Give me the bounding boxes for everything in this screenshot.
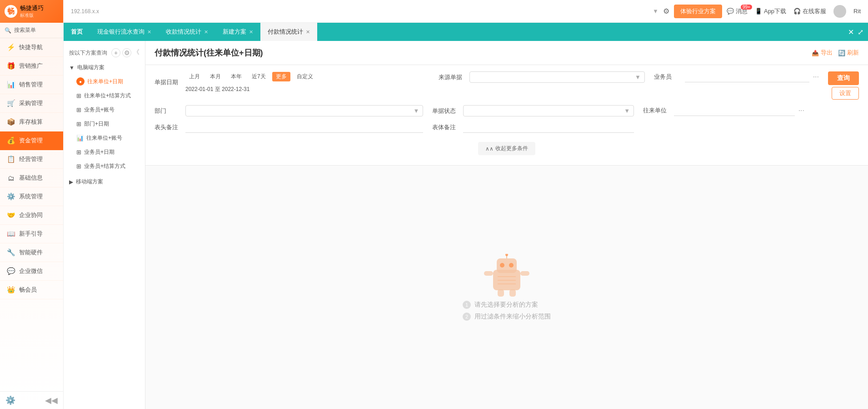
app-download-label: App下载 [764, 7, 786, 15]
add-scheme-button[interactable]: + [111, 48, 120, 57]
page-area: 按以下方案查询 + ⚙ 《 ▼ 电脑端方案 ● 往来单位+日期 ⊞ [64, 41, 868, 409]
app-download-button[interactable]: 📱 App下载 [755, 7, 786, 15]
header-note-label: 表头备注 [155, 123, 182, 131]
svg-rect-7 [520, 271, 529, 276]
date-btn-last-month[interactable]: 上月 [185, 71, 204, 82]
sidebar-item-enterprise[interactable]: 🤝 企业协同 [0, 206, 63, 225]
scheme-item-staff-date[interactable]: ⊞ 业务员+日期 [64, 145, 145, 159]
partner-more-icon[interactable]: ··· [798, 106, 804, 115]
close-all-icon[interactable]: ✕ [848, 28, 854, 36]
status-filter-label: 单据状态 [432, 107, 459, 115]
sidebar-item-wechat[interactable]: 💬 企业微信 [0, 262, 63, 281]
staff-input[interactable] [685, 71, 809, 82]
svg-rect-8 [498, 289, 504, 297]
status-filter: 单据状态 ▼ [432, 105, 634, 116]
marketing-icon: 🎁 [6, 61, 15, 71]
online-service-button[interactable]: 🎧 在线客服 [793, 7, 826, 15]
page-header-actions: 📤 导出 🔄 刷新 [812, 49, 859, 57]
settings-scheme-button[interactable]: ⚙ [122, 48, 131, 57]
filter-area: 单据日期 上月 本月 本年 近7天 更多 自定义 2022-01-01 至 20… [145, 65, 868, 166]
tab-close-new-scheme[interactable]: ✕ [249, 29, 253, 35]
staff-more-icon[interactable]: ··· [813, 73, 819, 81]
tab-close-bank[interactable]: ✕ [147, 29, 151, 35]
svg-rect-9 [509, 289, 516, 297]
scheme-item-staff-account[interactable]: ⊞ 业务员+账号 [64, 103, 145, 117]
scheme-label-partner-account: 往来单位+账号 [86, 134, 122, 142]
sidebar-item-basic[interactable]: 🗂 基础信息 [0, 169, 63, 187]
source-select[interactable]: ▼ [469, 71, 645, 83]
page-title: 付款情况统计(往来单位+日期) [155, 47, 263, 58]
sidebar-item-inventory[interactable]: 📦 库存核算 [0, 113, 63, 131]
tab-home[interactable]: 首页 [64, 23, 90, 41]
setting-button[interactable]: 设置 [832, 87, 859, 100]
collapse-sidebar-icon[interactable]: ◀◀ [45, 395, 58, 405]
empty-tips: 1 请先选择要分析的方案 2 用过滤条件来缩小分析范围 [463, 301, 551, 321]
dept-select[interactable]: ▼ [185, 105, 423, 116]
tab-new-scheme[interactable]: 新建方案 ✕ [215, 23, 260, 41]
search-menu[interactable]: 🔍 搜索菜单 [0, 23, 63, 38]
scheme-label-staff-date: 业务员+日期 [84, 148, 115, 156]
sidebar-item-shortcut[interactable]: ⚡ 快捷导航 [0, 38, 63, 57]
collapse-label: 收起更多条件 [495, 145, 528, 152]
operation-icon: 📋 [6, 155, 15, 164]
gear-icon[interactable]: ⚙ [663, 7, 669, 15]
tab-payment[interactable]: 付款情况统计 ✕ [260, 23, 317, 41]
address-bar: 192.168.x.x [71, 8, 648, 15]
shortcut-icon: ⚡ [6, 43, 15, 52]
date-btn-this-month[interactable]: 本月 [206, 71, 224, 82]
desktop-group-label: 电脑端方案 [77, 64, 105, 71]
svg-point-5 [505, 254, 508, 256]
chevron-down-icon[interactable]: ▼ [653, 8, 658, 15]
partner-input[interactable] [674, 105, 795, 116]
inventory-icon: 📦 [6, 117, 15, 126]
desktop-scheme-group: ▼ 电脑端方案 ● 往来单位+日期 ⊞ 往来单位+结算方式 ⊞ 业务员+账号 ⊞ [64, 61, 145, 173]
sidebar-item-purchase[interactable]: 🛒 采购管理 [0, 94, 63, 113]
scheme-item-partner-settlement[interactable]: ⊞ 往来单位+结算方式 [64, 89, 145, 103]
tab-receipt[interactable]: 收款情况统计 ✕ [159, 23, 215, 41]
sidebar-item-sales[interactable]: 📊 销售管理 [0, 76, 63, 94]
sidebar-item-member[interactable]: 👑 畅会员 [0, 281, 63, 299]
date-btn-custom[interactable]: 自定义 [293, 71, 317, 82]
desktop-group-header[interactable]: ▼ 电脑端方案 [64, 61, 145, 74]
message-button[interactable]: 💬 消息 99+ [727, 7, 748, 15]
date-btn-7days[interactable]: 近7天 [248, 71, 269, 82]
scheme-item-partner-date[interactable]: ● 往来单位+日期 [64, 74, 145, 89]
date-btn-more[interactable]: 更多 [272, 72, 290, 81]
mobile-group-header[interactable]: ▶ 移动端方案 [64, 175, 145, 188]
sidebar-item-hardware[interactable]: 🔧 智能硬件 [0, 243, 63, 262]
header-note-input[interactable] [185, 122, 423, 133]
expand-icon[interactable]: ⤢ [858, 28, 863, 36]
sidebar-item-operation[interactable]: 📋 经营管理 [0, 150, 63, 169]
refresh-button[interactable]: 🔄 刷新 [838, 49, 859, 57]
query-button[interactable]: 查询 [828, 71, 859, 85]
tab-close-receipt[interactable]: ✕ [204, 29, 208, 35]
tab-bank[interactable]: 现金银行流水查询 ✕ [90, 23, 159, 41]
collapse-panel-button[interactable]: 《 [133, 48, 140, 57]
sidebar-item-system[interactable]: ⚙️ 系统管理 [0, 187, 63, 206]
collapse-filter-button[interactable]: ∧∧ 收起更多条件 [478, 142, 535, 155]
export-button[interactable]: 📤 导出 [812, 49, 833, 57]
scheme-item-dept-date[interactable]: ⊞ 部门+日期 [64, 117, 145, 131]
sidebar-item-finance[interactable]: 💰 资金管理 [0, 131, 63, 150]
scheme-item-staff-settlement[interactable]: ⊞ 业务员+结算方式 [64, 159, 145, 173]
system-icon: ⚙️ [6, 192, 15, 201]
settings-icon[interactable]: ⚙️ [5, 395, 15, 405]
main-area: 192.168.x.x ▼ ⚙ 体验行业方案 💬 消息 99+ 📱 App下载 … [64, 0, 868, 409]
header-note-filter: 表头备注 [155, 122, 423, 133]
hardware-icon: 🔧 [6, 248, 15, 257]
source-filter: 来源单据 ▼ [439, 71, 645, 83]
status-select[interactable]: ▼ [463, 105, 634, 116]
source-filter-label: 来源单据 [439, 73, 466, 81]
scheme-item-partner-account[interactable]: 📊 往来单位+账号 [64, 131, 145, 145]
date-btn-this-year[interactable]: 本年 [227, 71, 245, 82]
trial-button[interactable]: 体验行业方案 [674, 5, 722, 18]
arrow-down-icon: ▼ [69, 65, 75, 71]
staff-filter-label: 业务员 [654, 73, 681, 81]
body-note-input[interactable] [463, 122, 634, 133]
empty-tip-1: 1 请先选择要分析的方案 [463, 301, 551, 309]
sidebar-item-marketing[interactable]: 🎁 营销推广 [0, 57, 63, 76]
tab-close-payment[interactable]: ✕ [306, 29, 310, 35]
dept-filter: 部门 ▼ [155, 105, 423, 116]
sidebar-item-guide[interactable]: 📖 新手引导 [0, 225, 63, 243]
avatar[interactable] [833, 5, 846, 18]
